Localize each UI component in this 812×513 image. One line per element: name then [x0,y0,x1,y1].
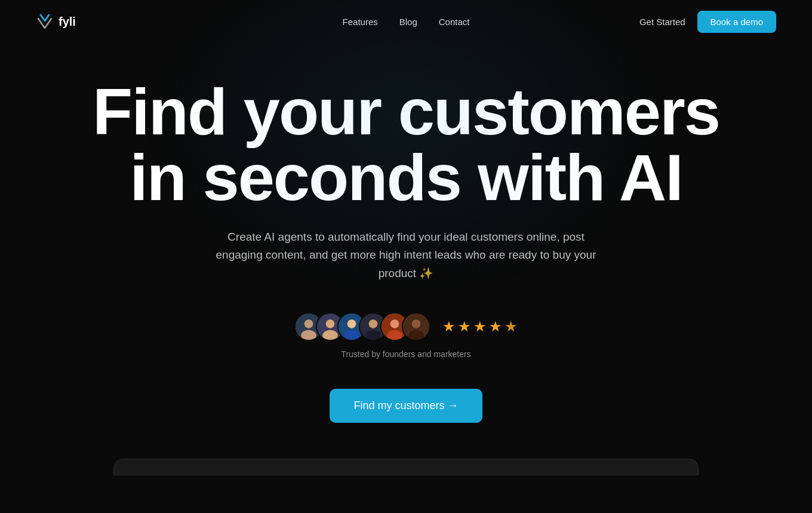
logo[interactable]: fyli [36,13,76,30]
star-2: ★ [458,318,471,335]
navbar: fyli Features Blog Contact Get Started B… [0,0,812,43]
star-1: ★ [442,318,456,335]
nav-link-contact[interactable]: Contact [439,17,470,27]
nav-actions: Get Started Book a demo [639,11,776,33]
svg-point-1 [304,320,313,328]
svg-point-8 [344,330,359,341]
svg-point-10 [369,320,378,328]
hero-subtitle: Create AI agents to automatically find y… [203,228,609,282]
logo-icon [36,13,54,30]
star-rating: ★ ★ ★ ★ ★ [442,318,518,335]
nav-link-features[interactable]: Features [343,17,378,27]
svg-point-11 [365,330,381,341]
svg-point-2 [301,330,316,341]
svg-point-4 [326,320,335,328]
hero-title: Find your customers in seconds with AI [93,79,719,210]
bottom-card-hint [113,459,699,475]
svg-point-14 [387,330,402,341]
svg-point-5 [322,330,338,341]
hero-section: Find your customers in seconds with AI C… [0,43,812,499]
star-5: ★ [505,318,518,335]
logo-text: fyli [59,15,76,29]
find-customers-button[interactable]: Find my customers → [330,389,482,423]
svg-point-13 [390,320,399,328]
svg-point-17 [408,330,424,341]
nav-link-blog[interactable]: Blog [399,17,417,27]
social-proof: ★ ★ ★ ★ ★ [294,312,518,341]
get-started-button[interactable]: Get Started [639,17,685,27]
star-3: ★ [473,318,487,335]
star-4: ★ [489,318,502,335]
nav-links: Features Blog Contact [343,17,470,27]
book-demo-button[interactable]: Book a demo [697,11,776,33]
avatar-group [294,312,430,341]
avatar-6 [402,312,430,341]
svg-point-7 [347,320,356,328]
svg-point-16 [412,320,421,328]
trusted-text: Trusted by founders and marketers [341,349,470,359]
